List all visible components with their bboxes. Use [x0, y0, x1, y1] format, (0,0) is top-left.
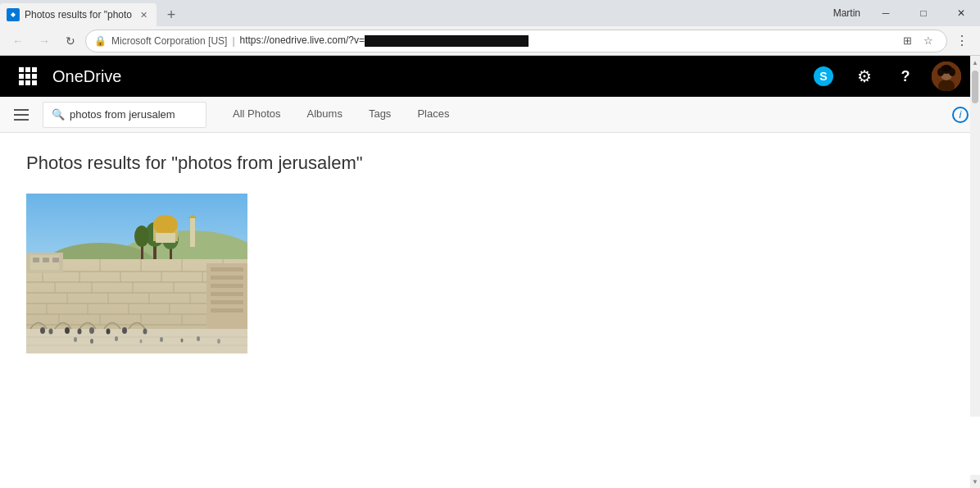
svg-point-7	[941, 65, 951, 71]
svg-rect-20	[190, 218, 195, 247]
help-icon: ?	[901, 68, 910, 85]
secondary-nav: 🔍 photos from jerusalem All Photos Album…	[0, 97, 980, 133]
svg-rect-19	[156, 233, 175, 243]
url-bar[interactable]: 🔒 Microsoft Corporation [US] | https://o…	[85, 30, 947, 52]
close-button[interactable]: ✕	[942, 0, 980, 26]
refresh-button[interactable]: ↻	[59, 30, 82, 52]
tab-favicon	[7, 8, 20, 21]
nav-tabs: All Photos Albums Tags Places	[220, 97, 462, 133]
svg-point-76	[181, 339, 184, 343]
avatar-button[interactable]	[926, 56, 967, 97]
results-title: Photos results for "photos from jerusale…	[26, 153, 954, 174]
svg-rect-83	[211, 292, 243, 296]
svg-point-71	[74, 337, 77, 342]
scroll-up-arrow[interactable]: ▲	[970, 56, 980, 69]
jerusalem-photo	[26, 194, 247, 353]
tab-title: Photos results for "photo	[25, 9, 132, 21]
svg-rect-60	[26, 329, 247, 353]
url-hidden	[365, 35, 529, 47]
svg-rect-89	[43, 258, 49, 262]
svg-rect-88	[33, 258, 39, 262]
hamburger-button[interactable]	[7, 100, 36, 130]
svg-point-74	[140, 340, 143, 344]
skype-button[interactable]: S	[803, 56, 844, 97]
window-controls: Martin ─ □ ✕	[827, 0, 980, 26]
settings-button[interactable]: ⚙	[844, 56, 885, 97]
svg-point-63	[40, 327, 45, 334]
help-button[interactable]: ?	[885, 56, 926, 97]
new-tab-button[interactable]: +	[160, 3, 183, 26]
svg-point-16	[134, 226, 149, 247]
svg-point-66	[78, 329, 82, 335]
svg-point-72	[90, 339, 93, 344]
svg-point-70	[143, 329, 147, 335]
tab-bar: Photos results for "photo ✕ +	[0, 0, 827, 26]
svg-point-64	[49, 329, 53, 335]
svg-point-65	[65, 327, 70, 334]
photo-grid	[26, 194, 954, 353]
title-bar: Photos results for "photo ✕ + Martin ─ □…	[0, 0, 980, 26]
app-header: OneDrive S ⚙ ?	[0, 56, 980, 97]
tab-albums[interactable]: Albums	[294, 97, 356, 133]
lock-icon: 🔒	[94, 35, 107, 47]
main-content: Photos results for "photos from jerusale…	[0, 133, 980, 379]
svg-point-78	[217, 339, 220, 344]
app-grid-button[interactable]	[13, 62, 43, 91]
svg-rect-81	[211, 276, 243, 280]
active-tab[interactable]: Photos results for "photo ✕	[0, 3, 157, 26]
address-bar: ← → ↻ 🔒 Microsoft Corporation [US] | htt…	[0, 26, 980, 56]
photo-thumbnail[interactable]	[26, 194, 247, 353]
tab-close-button[interactable]: ✕	[137, 8, 150, 21]
back-button[interactable]: ←	[7, 30, 29, 52]
url-separator: |	[232, 35, 234, 47]
svg-rect-85	[211, 308, 243, 312]
header-icons: S ⚙ ?	[803, 56, 967, 97]
grid-dots-icon	[19, 67, 37, 85]
forward-button[interactable]: →	[33, 30, 56, 52]
scrollbar[interactable]: ▲	[970, 56, 980, 417]
info-icon: i	[952, 107, 969, 123]
tab-tags[interactable]: Tags	[356, 97, 404, 133]
svg-point-75	[160, 337, 163, 342]
settings-icon: ⚙	[857, 66, 872, 86]
svg-rect-80	[211, 267, 243, 271]
search-box[interactable]: 🔍 photos from jerusalem	[43, 102, 206, 128]
bookmark-icon[interactable]: ☆	[919, 31, 938, 51]
hamburger-line-2	[14, 114, 29, 116]
extension-icon[interactable]: ⊞	[897, 31, 917, 51]
app-name: OneDrive	[52, 67, 803, 86]
svg-point-69	[122, 327, 127, 334]
avatar	[932, 62, 961, 91]
user-name: Martin	[827, 7, 867, 19]
site-info: Microsoft Corporation [US]	[111, 35, 227, 47]
url-text: https://onedrive.live.com/?v=	[240, 34, 892, 47]
scroll-down-arrow[interactable]: ▼	[970, 475, 980, 488]
address-actions: ⊞ ☆	[897, 31, 938, 51]
svg-point-18	[153, 215, 178, 235]
svg-point-67	[89, 327, 94, 334]
minimize-button[interactable]: ─	[867, 0, 905, 26]
hamburger-line-1	[14, 109, 29, 111]
search-text: photos from jerusalem	[70, 108, 175, 121]
svg-point-68	[107, 329, 111, 335]
skype-icon: S	[814, 66, 833, 86]
maximize-button[interactable]: □	[905, 0, 942, 26]
svg-point-77	[197, 336, 200, 341]
svg-rect-90	[52, 258, 59, 262]
search-icon: 🔍	[52, 108, 65, 121]
svg-rect-82	[211, 284, 243, 288]
scroll-thumb[interactable]	[972, 71, 978, 103]
browser-menu-button[interactable]: ⋮	[951, 30, 973, 52]
svg-rect-84	[211, 300, 243, 304]
tab-all-photos[interactable]: All Photos	[220, 97, 294, 133]
svg-point-73	[115, 336, 118, 341]
tab-places[interactable]: Places	[404, 97, 462, 133]
hamburger-line-3	[14, 119, 29, 121]
